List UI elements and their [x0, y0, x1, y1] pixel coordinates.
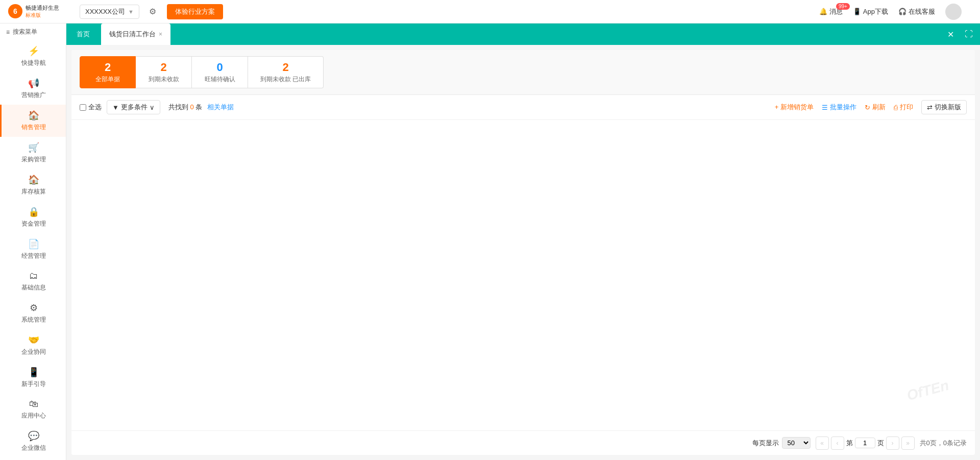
next-page-button[interactable]: › [886, 437, 899, 450]
sidebar-item-system[interactable]: ⚙系统管理 [0, 297, 66, 329]
toolbar-right: + 新增销货单 ☰ 批量操作 ↻ 刷新 ⎙ 打印 ⇄ [775, 100, 967, 114]
refresh-button[interactable]: ↻ 刷新 [865, 103, 886, 112]
message-badge: 99+ [836, 3, 850, 10]
tab-close-icon[interactable]: ✕ [943, 27, 958, 41]
switch-version-button[interactable]: ⇄ 切换新版 [921, 100, 967, 114]
sidebar-label-app-center: 应用中心 [21, 411, 46, 420]
found-num: 0 [190, 103, 194, 111]
online-service-button[interactable]: 🎧 在线客服 [898, 7, 935, 16]
add-order-button[interactable]: + 新增销货单 [775, 103, 814, 112]
stat-num-1: 2 [160, 61, 166, 74]
sidebar-item-quick-nav[interactable]: ⚡快捷导航 [0, 40, 66, 72]
sidebar-item-sales[interactable]: 🏠销售管理 [0, 105, 66, 137]
page-nav: « ‹ 第 页 › » [816, 437, 915, 450]
stat-tab-1[interactable]: 2到期未收款 [136, 56, 192, 88]
sidebar-item-finance[interactable]: 🔒资金管理 [0, 201, 66, 233]
headset-icon: 🎧 [898, 8, 906, 15]
sidebar-item-basic-info[interactable]: 🗂基础信息 [0, 265, 66, 297]
sidebar-item-cooperation[interactable]: 🤝企业协同 [0, 329, 66, 361]
switch-icon: ⇄ [927, 104, 933, 111]
sidebar-item-member[interactable]: ∨畅会员 [0, 457, 66, 460]
bell-icon: 🔔 [819, 8, 827, 15]
sidebar-item-app-center[interactable]: 🛍应用中心 [0, 394, 66, 425]
sidebar-icon-app-center: 🛍 [29, 399, 38, 409]
sidebar-label-sales: 销售管理 [21, 123, 46, 132]
sidebar-item-operations[interactable]: 📄经营管理 [0, 233, 66, 265]
stat-num-3: 2 [283, 61, 289, 74]
stat-tab-2[interactable]: 0旺辅待确认 [192, 56, 248, 88]
related-link[interactable]: 相关单据 [207, 103, 234, 112]
stat-label-2: 旺辅待确认 [205, 75, 235, 84]
stat-num-2: 0 [216, 61, 223, 74]
app-download-label: App下载 [863, 7, 888, 16]
sidebar: ≡ 搜索菜单 ⚡快捷导航📢营销推广🏠销售管理🛒采购管理🏠库存核算🔒资金管理📄经营… [0, 23, 66, 460]
industry-btn[interactable]: 体验行业方案 [167, 4, 223, 19]
sidebar-icon-finance: 🔒 [28, 206, 39, 217]
stat-tab-3[interactable]: 2到期未收款 已出库 [248, 56, 324, 88]
sidebar-label-quick-nav: 快捷导航 [21, 59, 46, 67]
avatar[interactable] [945, 4, 962, 20]
settings-button[interactable]: ⚙ [144, 4, 161, 20]
filter-button[interactable]: ▼ 更多条件 ∨ [107, 100, 160, 114]
sidebar-label-marketing: 营销推广 [21, 91, 46, 100]
mobile-icon: 📱 [853, 8, 861, 15]
sidebar-label-wechat: 企业微信 [21, 444, 46, 452]
select-all-checkbox[interactable]: 全选 [80, 103, 102, 112]
logo-text: 畅捷通好生意 标准版 [26, 4, 59, 18]
sidebar-item-guide[interactable]: 📱新手引导 [0, 361, 66, 394]
checkbox-input[interactable] [80, 104, 86, 111]
tab-expand-icon[interactable]: ⛶ [962, 27, 976, 41]
page-input[interactable] [855, 438, 875, 448]
content-area: 首页 钱货日清工作台 × ✕ ⛶ 2全部单据2到期未收款0旺辅待确认2到期未收款… [66, 23, 980, 460]
sidebar-icon-guide: 📱 [28, 367, 39, 378]
main-layout: ≡ 搜索菜单 ⚡快捷导航📢营销推广🏠销售管理🛒采购管理🏠库存核算🔒资金管理📄经营… [0, 23, 980, 460]
page-of-label: 页 [877, 439, 884, 448]
sidebar-icon-cooperation: 🤝 [28, 334, 39, 346]
total-info: 共0页，0条记录 [920, 439, 967, 448]
sidebar-item-purchase[interactable]: 🛒采购管理 [0, 137, 66, 169]
switch-label: 切换新版 [935, 103, 961, 112]
company-name: XXXXXX公司 [85, 7, 125, 16]
tab-close-button[interactable]: × [159, 31, 162, 38]
company-dropdown-icon: ▼ [128, 9, 134, 15]
stat-label-1: 到期未收款 [149, 75, 179, 84]
search-menu-label: 搜索菜单 [13, 28, 37, 36]
sidebar-item-inventory[interactable]: 🏠库存核算 [0, 169, 66, 201]
sidebar-item-wechat[interactable]: 💬企业微信 [0, 425, 66, 457]
home-tab[interactable]: 首页 [66, 23, 100, 45]
sidebar-label-basic-info: 基础信息 [21, 283, 46, 292]
last-page-button[interactable]: » [901, 437, 915, 450]
sidebar-label-guide: 新手引导 [21, 380, 46, 389]
search-menu-item[interactable]: ≡ 搜索菜单 [0, 23, 66, 40]
top-header: 6 畅捷通好生意 标准版 XXXXXX公司 ▼ ⚙ 体验行业方案 🔔 消息 99… [0, 0, 980, 23]
app-download-button[interactable]: 📱 App下载 [853, 7, 888, 16]
filter-icon: ▼ [112, 104, 119, 111]
sidebar-label-operations: 经营管理 [21, 252, 46, 260]
sidebar-item-marketing[interactable]: 📢营销推广 [0, 72, 66, 105]
sidebar-items: ⚡快捷导航📢营销推广🏠销售管理🛒采购管理🏠库存核算🔒资金管理📄经营管理🗂基础信息… [0, 40, 66, 460]
prev-page-button[interactable]: ‹ [831, 437, 844, 450]
batch-label: 批量操作 [830, 103, 856, 112]
stat-num-0: 2 [105, 61, 111, 74]
logo-area: 6 畅捷通好生意 标准版 [8, 4, 75, 18]
sidebar-icon-operations: 📄 [28, 238, 39, 250]
sidebar-icon-purchase: 🛒 [28, 142, 39, 153]
per-page-dropdown[interactable]: 10 20 50 100 [782, 437, 811, 449]
sidebar-label-cooperation: 企业协同 [21, 348, 46, 356]
sidebar-icon-inventory: 🏠 [28, 174, 39, 185]
sidebar-icon-wechat: 💬 [28, 430, 39, 442]
workbench-tab[interactable]: 钱货日清工作台 × [101, 23, 170, 45]
per-page-label: 每页显示 [752, 439, 779, 448]
stat-tab-0[interactable]: 2全部单据 [80, 56, 136, 88]
app-tag: 标准版 [26, 12, 59, 19]
page-size-select: 每页显示 10 20 50 100 [752, 437, 811, 449]
message-button[interactable]: 🔔 消息 99+ [819, 7, 843, 16]
company-selector[interactable]: XXXXXX公司 ▼ [80, 5, 139, 19]
found-unit: 条 [195, 103, 202, 111]
batch-operation-button[interactable]: ☰ 批量操作 [822, 103, 856, 112]
first-page-button[interactable]: « [816, 437, 829, 450]
menu-icon: ≡ [6, 29, 10, 36]
print-button[interactable]: ⎙ 打印 [894, 103, 913, 112]
refresh-icon: ↻ [865, 104, 870, 111]
found-prefix: 共找到 [168, 103, 188, 111]
